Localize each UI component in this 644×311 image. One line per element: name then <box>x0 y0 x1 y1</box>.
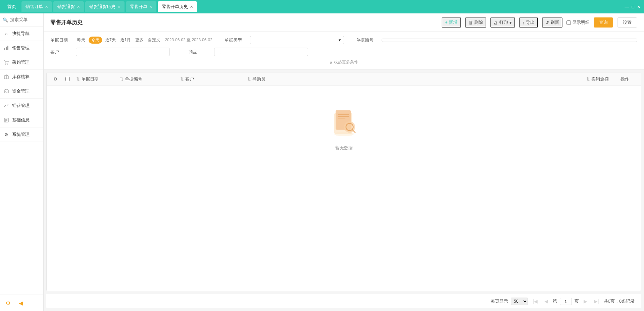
page-title: 零售开单历史 <box>50 19 83 26</box>
tab-retail-open-history[interactable]: 零售开单历史 ✕ <box>158 1 197 12</box>
empty-illustration <box>327 106 361 140</box>
export-button[interactable]: ↑ 导出 <box>519 17 538 28</box>
date-shortcuts: 昨天 今天 近7天 近1月 更多 自定义 2023-06-02 至 2023-0… <box>76 37 212 44</box>
date-7days[interactable]: 近7天 <box>104 37 117 44</box>
select-all-checkbox[interactable] <box>65 77 70 81</box>
goods-input[interactable]: … <box>214 48 308 56</box>
col-amount: ⇅ 实销金额 <box>285 76 611 82</box>
sidebar: 🔍 搜索采单 ⌂ 快捷导航 销售管理 <box>0 13 44 311</box>
sidebar-bottom: ⚙ ◀ <box>0 295 43 311</box>
next-page-btn[interactable]: ▶ <box>582 298 589 305</box>
prev-page-btn[interactable]: ◀ <box>542 298 550 305</box>
sort-icon[interactable]: ⇅ <box>247 76 251 82</box>
settings-icon: ⚙ <box>53 76 57 82</box>
tab-retail-open[interactable]: 零售开单 ✕ <box>126 1 156 12</box>
pagination: 每页显示 50 10 20 100 |◀ ◀ 第 页 ▶ ▶| 共0页，0条记录 <box>46 294 641 308</box>
filter-area: 单据日期 昨天 今天 近7天 近1月 更多 自定义 2023-06-02 至 2… <box>44 32 644 69</box>
chevron-up-icon: ∧ <box>330 60 333 65</box>
col-customer: ⇅ 客户 <box>178 76 245 82</box>
print-icon: 🖨 <box>494 20 498 25</box>
sort-icon[interactable]: ⇅ <box>180 76 184 82</box>
new-button[interactable]: + 新增 <box>442 17 461 28</box>
type-filter-label: 单据类型 <box>225 37 245 43</box>
date-today[interactable]: 今天 <box>89 37 102 44</box>
page-size-label: 每页显示 <box>491 298 508 304</box>
finance-icon <box>3 88 9 94</box>
window-close[interactable]: ✕ <box>637 4 641 9</box>
tab-home[interactable]: 首页 <box>3 1 20 12</box>
sidebar-search[interactable]: 🔍 搜索采单 <box>0 13 43 27</box>
info-icon <box>3 117 9 123</box>
date-1month[interactable]: 近1月 <box>119 37 132 44</box>
refresh-icon: ↺ <box>545 20 549 25</box>
close-tab-sales-order[interactable]: ✕ <box>45 5 48 9</box>
window-minimize[interactable]: — <box>625 4 629 9</box>
sidebar-item-purchase-mgmt[interactable]: 采购管理 <box>0 55 43 70</box>
col-settings[interactable]: ⚙ <box>49 76 61 82</box>
sidebar-search-label: 搜索采单 <box>10 17 28 23</box>
sort-icon[interactable]: ⇅ <box>76 76 80 82</box>
svg-rect-7 <box>4 90 8 93</box>
page-label-2: 页 <box>575 298 579 304</box>
chart-icon <box>3 45 9 51</box>
refresh-button[interactable]: ↺ 刷新 <box>542 17 562 28</box>
customer-input[interactable]: … <box>76 48 170 56</box>
sidebar-item-label: 采购管理 <box>12 59 30 65</box>
col-date: ⇅ 单据日期 <box>73 76 117 82</box>
sidebar-item-quick-nav[interactable]: ⌂ 快捷导航 <box>0 27 43 41</box>
sidebar-item-label: 快捷导航 <box>12 31 30 37</box>
display-detail-checkbox[interactable]: 显示明细 <box>566 19 590 25</box>
chevron-down-icon: ▾ <box>339 38 341 43</box>
content-area: 零售开单历史 + 新增 🗑 🗑 删除 删除 🖨 打印 ▾ ↑ 导出 <box>44 13 644 311</box>
no-input[interactable] <box>382 39 637 42</box>
sort-icon[interactable]: ⇅ <box>120 76 123 82</box>
settings-button[interactable]: ⚙ <box>3 298 13 308</box>
top-nav-right: — □ ✕ <box>625 4 641 9</box>
search-icon: 🔍 <box>3 17 8 22</box>
collapse-button[interactable]: ◀ <box>16 298 26 308</box>
close-tab-sales-return-history[interactable]: ✕ <box>117 5 120 9</box>
date-yesterday[interactable]: 昨天 <box>76 37 87 44</box>
tab-sales-order[interactable]: 销售订单 ✕ <box>21 1 52 12</box>
date-filter-label: 单据日期 <box>50 37 70 43</box>
sidebar-item-inventory[interactable]: 库存核算 <box>0 70 43 84</box>
sidebar-item-label: 基础信息 <box>12 117 30 123</box>
date-more[interactable]: 更多 <box>134 37 145 44</box>
setting-button[interactable]: 设置 <box>617 17 637 28</box>
date-range: 2023-06-02 至 2023-06-02 <box>165 37 212 43</box>
print-button[interactable]: 🖨 打印 ▾ <box>490 17 515 28</box>
page-input[interactable] <box>560 298 572 305</box>
col-guide: ⇅ 导购员 <box>245 76 285 82</box>
svg-point-4 <box>7 64 8 65</box>
tab-sales-return[interactable]: 销货退货 ✕ <box>53 1 84 12</box>
date-custom[interactable]: 自定义 <box>147 37 161 44</box>
first-page-btn[interactable]: |◀ <box>531 298 540 305</box>
window-maximize[interactable]: □ <box>632 4 634 9</box>
last-page-btn[interactable]: ▶| <box>592 298 601 305</box>
sort-icon[interactable]: ⇅ <box>586 76 590 82</box>
col-action: 操作 <box>611 76 638 82</box>
query-button[interactable]: 查询 <box>594 17 613 28</box>
svg-rect-2 <box>7 46 8 50</box>
empty-text: 暂无数据 <box>335 145 353 151</box>
delete-icon: 🗑 <box>468 20 473 25</box>
close-tab-retail-open-history[interactable]: ✕ <box>190 5 193 9</box>
display-detail-input[interactable] <box>566 20 571 25</box>
close-tab-retail-open[interactable]: ✕ <box>149 5 152 9</box>
svg-point-8 <box>6 91 7 92</box>
page-label: 第 <box>553 298 557 304</box>
sidebar-item-sales-mgmt[interactable]: 销售管理 <box>0 41 43 55</box>
sidebar-item-system[interactable]: ⚙ 系统管理 <box>0 127 43 142</box>
toolbar: + 新增 🗑 🗑 删除 删除 🖨 打印 ▾ ↑ 导出 ↺ <box>442 17 637 28</box>
operations-icon <box>3 103 9 109</box>
type-select[interactable]: ▾ <box>250 36 344 44</box>
col-check[interactable] <box>61 77 73 81</box>
sidebar-item-operations[interactable]: 经营管理 <box>0 99 43 113</box>
collapse-more-btn[interactable]: ∧ 收起更多条件 <box>50 59 637 65</box>
page-size-select[interactable]: 50 10 20 100 <box>511 298 528 305</box>
sidebar-item-finance[interactable]: 资金管理 <box>0 84 43 99</box>
delete-button[interactable]: 🗑 🗑 删除 删除 <box>465 17 486 28</box>
tab-sales-return-history[interactable]: 销货退货历史 ✕ <box>85 1 125 12</box>
sidebar-item-basic-info[interactable]: 基础信息 <box>0 113 43 127</box>
close-tab-sales-return[interactable]: ✕ <box>77 5 80 9</box>
